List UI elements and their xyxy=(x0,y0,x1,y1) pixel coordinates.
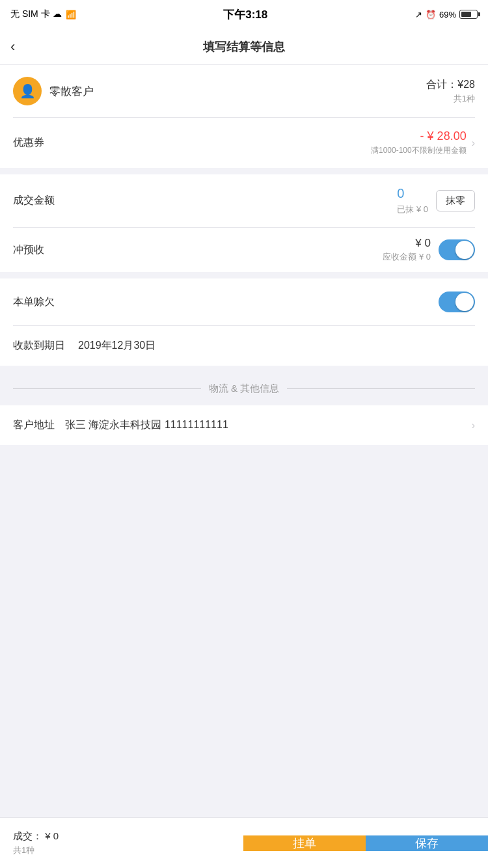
credit-toggle[interactable] xyxy=(439,292,475,312)
bottom-deal-label: 成交： xyxy=(13,830,42,841)
due-date-row: 收款到期日 2019年12月30日 xyxy=(0,326,488,366)
bottom-deal-amount: 成交： ¥ 0 xyxy=(13,830,230,843)
content-area: 👤 零散客户 合计：¥28 共1种 优惠券 - ¥ 28.00 满1000-10… xyxy=(0,65,488,504)
battery-icon xyxy=(459,10,478,19)
coupon-label: 优惠券 xyxy=(13,136,44,150)
page-title: 填写结算等信息 xyxy=(203,39,285,55)
status-right: ↗ ⏰ 69% xyxy=(415,10,478,20)
back-button[interactable]: ‹ xyxy=(10,38,15,55)
address-left: 客户地址 张三 海淀永丰科技园 11111111111 xyxy=(13,418,228,432)
bottom-count: 共1种 xyxy=(13,845,230,856)
customer-section: 👤 零散客户 合计：¥28 共1种 优惠券 - ¥ 28.00 满1000-10… xyxy=(0,65,488,168)
address-section: 客户地址 张三 海淀永丰科技园 11111111111 › xyxy=(0,405,488,445)
prepay-row: 冲预收 ¥ 0 应收金额 ¥ 0 xyxy=(0,228,488,272)
prepay-right: ¥ 0 应收金额 ¥ 0 xyxy=(383,237,475,263)
credit-label: 本单赊欠 xyxy=(13,295,55,309)
suspend-button[interactable]: 挂单 xyxy=(243,835,366,851)
deal-amount-label: 成交金额 xyxy=(13,194,55,208)
location-icon: ↗ xyxy=(415,10,422,20)
address-chevron-icon: › xyxy=(472,420,475,431)
customer-right: 合计：¥28 共1种 xyxy=(426,78,475,105)
coupon-desc: 满1000-100不限制使用金额 xyxy=(371,145,467,156)
bottom-deal-value: ¥ 0 xyxy=(45,830,59,841)
prepay-amount-group: ¥ 0 应收金额 ¥ 0 xyxy=(383,237,431,263)
credit-toggle-knob xyxy=(455,293,474,311)
address-row[interactable]: 客户地址 张三 海淀永丰科技园 11111111111 › xyxy=(0,405,488,445)
coupon-row[interactable]: 优惠券 - ¥ 28.00 满1000-100不限制使用金额 › xyxy=(0,118,488,168)
coupon-right: - ¥ 28.00 满1000-100不限制使用金额 › xyxy=(371,129,475,156)
status-bar: 无 SIM 卡 ☁ 📶 下午3:18 ↗ ⏰ 69% xyxy=(0,0,488,29)
chevron-right-icon: › xyxy=(472,137,475,149)
deal-amount-value: 0 xyxy=(397,186,428,201)
deal-amount-sub: 已抹 ¥ 0 xyxy=(397,204,428,215)
total-amount: 合计：¥28 xyxy=(426,78,475,92)
logistics-label: 物流 & 其他信息 xyxy=(209,383,279,395)
no-sim-label: 无 SIM 卡 ☁ xyxy=(10,8,62,20)
total-count: 共1种 xyxy=(426,93,475,105)
round-off-button[interactable]: 抹零 xyxy=(436,190,475,211)
customer-left: 👤 零散客户 xyxy=(13,77,94,105)
deal-amount-details: 0 已抹 ¥ 0 xyxy=(397,186,428,215)
prepay-toggle[interactable] xyxy=(439,239,475,260)
prepay-sub: 应收金额 ¥ 0 xyxy=(383,251,431,263)
battery-percent: 69% xyxy=(439,10,456,20)
customer-name: 零散客户 xyxy=(49,84,94,99)
wifi-icon: 📶 xyxy=(66,10,76,20)
logistics-line-right xyxy=(287,388,475,389)
due-date-label: 收款到期日 xyxy=(13,339,65,353)
avatar: 👤 xyxy=(13,77,42,105)
logistics-line-left xyxy=(13,388,201,389)
credit-row: 本单赊欠 xyxy=(0,278,488,325)
customer-row: 👤 零散客户 合计：¥28 共1种 xyxy=(0,65,488,117)
alarm-icon: ⏰ xyxy=(426,10,436,20)
deal-amount-row: 成交金额 0 已抹 ¥ 0 抹零 xyxy=(0,174,488,227)
status-left: 无 SIM 卡 ☁ 📶 xyxy=(10,8,76,20)
address-label: 客户地址 xyxy=(13,418,55,432)
prepay-amount: ¥ 0 xyxy=(383,237,431,250)
deal-amount-right: 0 已抹 ¥ 0 抹零 xyxy=(397,186,475,215)
coupon-amount: - ¥ 28.00 xyxy=(371,129,467,143)
due-date-value: 2019年12月30日 xyxy=(78,339,156,353)
status-time: 下午3:18 xyxy=(223,7,267,22)
credit-section: 本单赊欠 收款到期日 2019年12月30日 xyxy=(0,278,488,366)
deal-section: 成交金额 0 已抹 ¥ 0 抹零 冲预收 ¥ 0 应收金额 ¥ 0 xyxy=(0,174,488,272)
logistics-section: 物流 & 其他信息 xyxy=(0,372,488,405)
nav-bar: ‹ 填写结算等信息 xyxy=(0,29,488,65)
address-value: 张三 海淀永丰科技园 11111111111 xyxy=(65,418,228,432)
avatar-icon: 👤 xyxy=(20,83,36,99)
save-button[interactable]: 保存 xyxy=(366,835,488,851)
bottom-info: 成交： ¥ 0 共1种 xyxy=(0,830,243,856)
toggle-knob xyxy=(455,241,474,259)
coupon-details: - ¥ 28.00 满1000-100不限制使用金额 xyxy=(371,129,467,156)
bottom-bar: 成交： ¥ 0 共1种 挂单 保存 xyxy=(0,817,488,868)
prepay-label: 冲预收 xyxy=(13,243,44,257)
logistics-header: 物流 & 其他信息 xyxy=(0,372,488,405)
